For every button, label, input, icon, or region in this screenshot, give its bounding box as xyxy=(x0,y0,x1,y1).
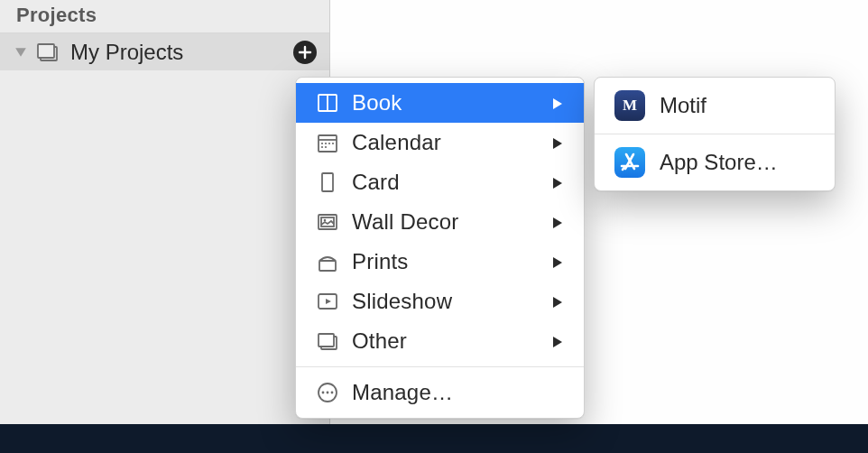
menu-item-prints[interactable]: Prints xyxy=(296,242,584,282)
svg-rect-2 xyxy=(38,44,54,58)
svg-point-32 xyxy=(331,392,334,394)
calendar-icon xyxy=(316,131,339,154)
disclosure-triangle-icon[interactable] xyxy=(14,46,27,59)
submenu-item-motif[interactable]: M Motif xyxy=(595,83,835,128)
svg-marker-16 xyxy=(553,178,562,189)
menu-item-label: Wall Decor xyxy=(352,209,553,235)
svg-marker-24 xyxy=(326,299,331,304)
menu-item-label: Book xyxy=(352,90,553,116)
menu-separator xyxy=(296,366,584,367)
menu-item-label: Slideshow xyxy=(352,289,553,314)
svg-marker-0 xyxy=(15,48,26,56)
menu-item-card[interactable]: Card xyxy=(296,162,584,202)
svg-point-19 xyxy=(324,219,327,222)
menu-item-slideshow[interactable]: Slideshow xyxy=(296,282,584,321)
svg-marker-5 xyxy=(553,98,562,109)
svg-marker-25 xyxy=(553,297,562,308)
svg-point-31 xyxy=(327,392,329,394)
svg-marker-14 xyxy=(553,138,562,149)
slideshow-icon xyxy=(316,290,339,313)
menu-item-label: Calendar xyxy=(352,130,553,155)
svg-marker-20 xyxy=(553,217,562,228)
sidebar-section-header: Projects xyxy=(0,0,329,32)
svg-marker-22 xyxy=(553,257,562,268)
manage-ellipsis-icon xyxy=(316,381,339,404)
svg-marker-28 xyxy=(553,337,562,347)
sidebar-item-my-projects[interactable]: My Projects xyxy=(0,32,329,70)
submenu-arrow-icon xyxy=(553,177,564,188)
submenu-arrow-icon xyxy=(553,336,564,347)
projects-stack-icon xyxy=(36,41,60,64)
app-store-icon xyxy=(614,147,645,178)
submenu-arrow-icon xyxy=(553,97,564,108)
submenu-arrow-icon xyxy=(553,256,564,267)
submenu-arrow-icon xyxy=(553,217,564,227)
svg-rect-27 xyxy=(319,334,334,347)
submenu-item-label: App Store… xyxy=(660,150,778,175)
menu-item-other[interactable]: Other xyxy=(296,321,584,361)
svg-rect-15 xyxy=(322,173,333,191)
menu-separator xyxy=(595,134,835,134)
add-project-button[interactable] xyxy=(293,41,317,64)
submenu-arrow-icon xyxy=(553,296,564,307)
menu-item-label: Card xyxy=(352,170,553,195)
project-type-menu: Book Calendar Card xyxy=(295,77,585,419)
menu-item-wall-decor[interactable]: Wall Decor xyxy=(296,202,584,242)
other-stack-icon xyxy=(316,329,339,353)
submenu-item-app-store[interactable]: App Store… xyxy=(595,140,835,185)
svg-rect-21 xyxy=(319,261,336,271)
menu-item-book[interactable]: Book xyxy=(296,83,584,123)
submenu-item-label: Motif xyxy=(660,93,706,118)
motif-app-icon: M xyxy=(614,90,645,121)
menu-item-label: Manage… xyxy=(352,380,564,405)
prints-icon xyxy=(316,250,339,273)
submenu-arrow-icon xyxy=(553,137,564,148)
book-icon xyxy=(316,91,339,115)
menu-item-manage[interactable]: Manage… xyxy=(296,373,584,412)
svg-point-30 xyxy=(322,392,325,394)
menu-item-calendar[interactable]: Calendar xyxy=(296,123,584,162)
menu-item-label: Prints xyxy=(352,249,553,274)
card-icon xyxy=(316,171,339,194)
menu-item-label: Other xyxy=(352,328,553,354)
book-submenu: M Motif App Store… xyxy=(594,77,836,191)
svg-line-38 xyxy=(623,168,624,170)
sidebar-item-label: My Projects xyxy=(70,40,293,65)
wall-decor-icon xyxy=(316,210,339,234)
sidebar: Projects My Projects xyxy=(0,0,330,424)
